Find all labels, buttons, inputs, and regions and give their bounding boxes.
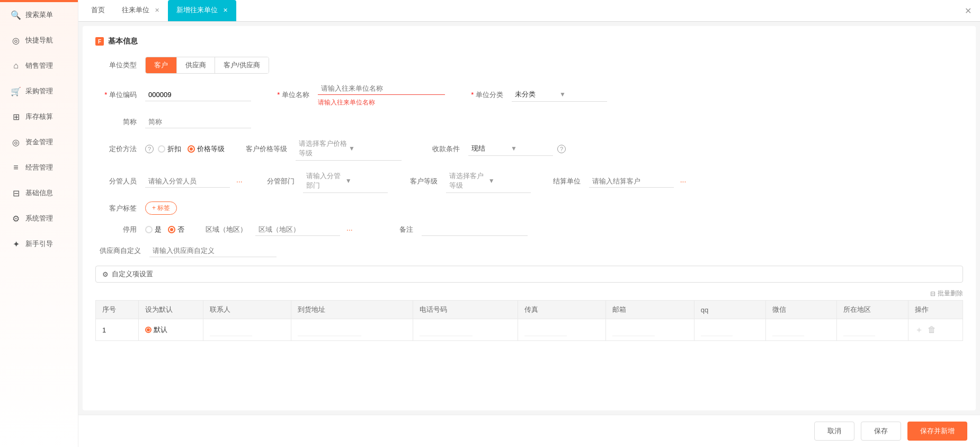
customer-price-arrow-icon: ▼ <box>349 145 398 152</box>
customer-level-select[interactable]: 请选择客户等级 ▼ <box>446 169 531 193</box>
table-header-row: 序号 设为默认 联系人 到货地址 电话号码 传真 邮箱 qq 微信 所在地区 操… <box>96 301 963 319</box>
disabled-yes-option[interactable]: 是 <box>145 225 162 234</box>
unit-name-input[interactable] <box>318 82 445 95</box>
supplier-custom-input[interactable] <box>149 244 277 257</box>
payment-arrow-icon: ▼ <box>511 145 550 152</box>
wechat-input[interactable] <box>772 323 804 336</box>
disabled-row: 停用 是 否 区域（地区） ··· 备注 <box>100 223 959 236</box>
region-more-icon[interactable]: ··· <box>344 225 355 234</box>
section-icon: F <box>95 37 104 46</box>
settlement-more-icon[interactable]: ··· <box>678 177 689 186</box>
cell-contact <box>203 319 291 341</box>
dept-select[interactable]: 请输入分管部门 ▼ <box>303 169 388 193</box>
tab-partners-close[interactable]: ✕ <box>155 7 159 14</box>
disabled-label: 停用 <box>100 225 137 234</box>
pricing-discount-option[interactable]: 折扣 <box>158 144 181 154</box>
sidebar-item-system[interactable]: ⚙ 系统管理 <box>2 207 76 230</box>
payment-terms-select[interactable]: 现结 ▼ <box>468 142 553 156</box>
save-new-button[interactable]: 保存并新增 <box>907 422 967 441</box>
disabled-yes-radio[interactable] <box>145 226 153 233</box>
sidebar-item-label: 新手引导 <box>25 239 53 249</box>
abbrev-input[interactable] <box>145 116 251 128</box>
email-input[interactable] <box>612 323 655 336</box>
sidebar-item-operations[interactable]: ≡ 经营管理 <box>2 156 76 179</box>
disabled-no-radio[interactable] <box>168 226 175 233</box>
add-row-icon[interactable]: ＋ <box>915 325 923 336</box>
supplier-custom-row: 供应商自定义 <box>100 244 959 257</box>
sidebar-item-quicknav[interactable]: ◎ 快捷导航 <box>2 29 76 52</box>
tag-add-button[interactable]: + 标签 <box>145 201 177 215</box>
customer-price-select[interactable]: 请选择客户价格等级 ▼ <box>296 137 402 161</box>
region-input[interactable] <box>255 223 340 236</box>
unit-code-label: 单位编码 <box>100 90 137 100</box>
contact-input[interactable] <box>210 323 252 336</box>
qq-input[interactable] <box>701 323 733 336</box>
type-btn-customer[interactable]: 客户 <box>146 57 177 73</box>
main-close-button[interactable]: ✕ <box>960 4 976 18</box>
sidebar-item-sales[interactable]: ⌂ 销售管理 <box>2 54 76 77</box>
sidebar-item-finance[interactable]: ◎ 资金管理 <box>2 130 76 154</box>
custom-settings-button[interactable]: ⚙ 自定义项设置 <box>95 266 963 283</box>
default-radio[interactable] <box>145 327 152 333</box>
sidebar-item-inventory[interactable]: ⊞ 库存核算 <box>2 105 76 128</box>
custom-settings-label: 自定义项设置 <box>112 269 153 279</box>
unit-name-label: 单位名称 <box>272 90 309 100</box>
unit-code-input[interactable] <box>145 89 251 101</box>
tab-home[interactable]: 首页 <box>83 0 113 21</box>
pricing-help-icon[interactable]: ? <box>145 145 154 153</box>
sidebar-item-guide[interactable]: ✦ 新手引导 <box>2 232 76 256</box>
type-btn-supplier[interactable]: 供应商 <box>177 57 215 73</box>
tab-new-partner[interactable]: 新增往来单位 ✕ <box>168 0 236 21</box>
unit-category-select[interactable]: 未分类 ▼ <box>512 87 607 102</box>
cancel-button[interactable]: 取消 <box>814 422 854 441</box>
row-actions: ＋ 🗑 <box>915 325 956 336</box>
sidebar-item-basic[interactable]: ⊟ 基础信息 <box>2 181 76 205</box>
footer-bar: 取消 保存 保存并新增 <box>78 415 980 447</box>
batch-delete-area[interactable]: ⊟ 批量删除 <box>95 289 963 298</box>
payment-help-icon[interactable]: ? <box>557 145 566 153</box>
pricing-discount-radio[interactable] <box>158 145 165 153</box>
save-button[interactable]: 保存 <box>861 422 901 441</box>
sidebar-item-label: 库存核算 <box>25 112 53 121</box>
cell-wechat <box>765 319 837 341</box>
cell-default[interactable]: 默认 <box>138 319 203 341</box>
manager-input[interactable] <box>145 175 230 188</box>
manager-row: 分管人员 ··· 分管部门 请输入分管部门 ▼ 客户等级 请选择客户等级 ▼ 结… <box>100 169 959 193</box>
section-header: F 基本信息 <box>95 37 963 46</box>
delete-row-icon[interactable]: 🗑 <box>928 325 936 335</box>
unit-category-label: 单位分类 <box>466 90 503 100</box>
dept-placeholder: 请输入分管部门 <box>306 171 345 190</box>
pricing-level-radio[interactable] <box>188 145 195 153</box>
phone-input[interactable] <box>420 323 473 336</box>
manager-label: 分管人员 <box>100 177 137 186</box>
manager-more-icon[interactable]: ··· <box>234 177 245 186</box>
remark-input[interactable] <box>422 223 528 236</box>
pricing-level-option[interactable]: 价格等级 <box>188 144 225 154</box>
cell-phone <box>413 319 518 341</box>
address-input[interactable] <box>298 323 361 336</box>
dept-arrow-icon: ▼ <box>345 177 385 185</box>
tab-new-partner-close[interactable]: ✕ <box>223 7 228 14</box>
unit-type-label: 单位类型 <box>100 60 137 70</box>
sidebar-item-search[interactable]: 🔍 搜索菜单 <box>2 3 76 27</box>
disabled-no-option[interactable]: 否 <box>168 225 184 234</box>
tag-label: 客户标签 <box>100 204 137 213</box>
custom-settings-area: ⚙ 自定义项设置 <box>95 266 963 283</box>
unit-type-row: 单位类型 客户 供应商 客户/供应商 <box>100 57 959 74</box>
row-region-input[interactable] <box>843 323 875 336</box>
col-default: 设为默认 <box>138 301 203 319</box>
abbrev-row: 简称 <box>100 116 959 128</box>
pricing-row: 定价方法 ? 折扣 价格等级 客户价格等级 请选择客户价格等级 ▼ <box>100 137 959 161</box>
fax-input[interactable] <box>524 323 567 336</box>
sidebar-item-purchase[interactable]: 🛒 采购管理 <box>2 80 76 103</box>
customer-level-placeholder: 请选择客户等级 <box>449 171 488 190</box>
pricing-radio-group: 折扣 价格等级 <box>158 144 225 154</box>
unit-name-field: 请输入往来单位名称 <box>318 82 445 107</box>
col-seq: 序号 <box>96 301 139 319</box>
settlement-input[interactable] <box>589 175 674 188</box>
search-icon: 🔍 <box>11 10 21 20</box>
type-btn-both[interactable]: 客户/供应商 <box>215 57 269 73</box>
disabled-no-label: 否 <box>177 225 184 234</box>
tab-partners[interactable]: 往来单位 ✕ <box>113 0 168 21</box>
tab-home-label: 首页 <box>91 5 105 15</box>
